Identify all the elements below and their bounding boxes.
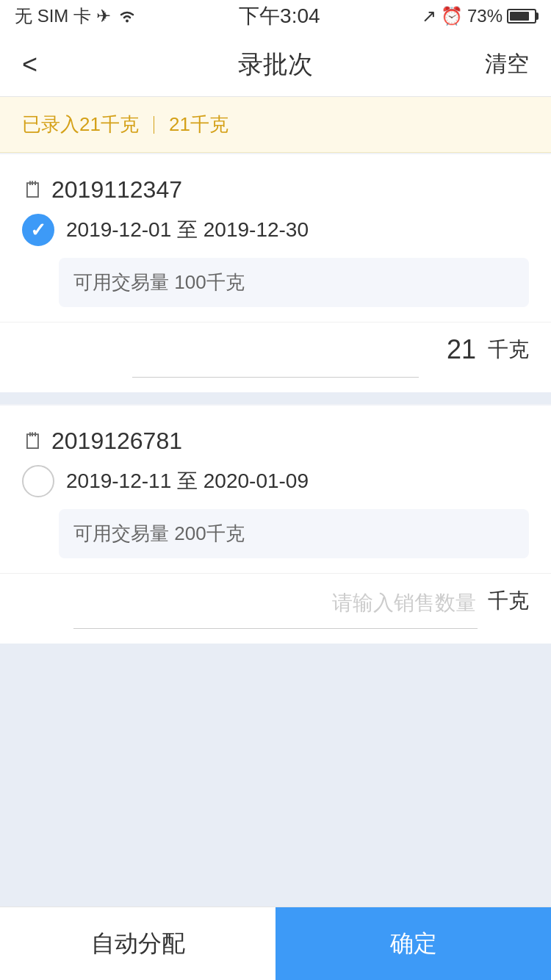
wifi-icon xyxy=(117,9,137,24)
batch-item-1: 🗒 2019112347 2019-12-01 至 2019-12-30 xyxy=(0,154,551,246)
batch-doc-icon-2: 🗒 xyxy=(22,429,44,454)
sim-label: 无 SIM 卡 ✈ xyxy=(15,4,111,28)
qty-unit-1: 千克 xyxy=(488,336,529,364)
batch-card-1: 🗒 2019112347 2019-12-01 至 2019-12-30 可用交… xyxy=(0,154,551,392)
qty-row-2: 千克 xyxy=(0,573,551,628)
qty-value-1: 21 xyxy=(447,334,476,365)
available-qty-1: 可用交易量 100千克 xyxy=(59,258,529,307)
info-divider xyxy=(154,116,154,134)
batch-bottom-spacer-1 xyxy=(0,378,551,392)
bottom-bar: 自动分配 确定 xyxy=(0,907,551,980)
batch-date-row-1: 2019-12-01 至 2019-12-30 xyxy=(22,214,529,246)
nav-bar: < 录批次 清空 xyxy=(0,32,551,97)
available-qty-2: 可用交易量 200千克 xyxy=(59,509,529,558)
info-banner: 已录入21千克 21千克 xyxy=(0,97,551,153)
confirm-button[interactable]: 确定 xyxy=(276,907,551,980)
battery-percent: 73% xyxy=(467,6,503,26)
status-bar: 无 SIM 卡 ✈ 下午3:04 ↗ ⏰ 73% xyxy=(0,0,551,32)
batch-header-2: 🗒 2019126781 xyxy=(22,428,529,455)
back-button[interactable]: < xyxy=(22,49,66,80)
auto-distribute-button[interactable]: 自动分配 xyxy=(0,907,276,980)
batch-date-1: 2019-12-01 至 2019-12-30 xyxy=(66,216,309,244)
qty-row-1: 21 千克 xyxy=(0,322,551,377)
batch-id-1: 2019112347 xyxy=(51,176,182,203)
svg-point-0 xyxy=(126,20,129,23)
batch-checkbox-2[interactable] xyxy=(22,465,54,497)
batch-doc-icon-1: 🗒 xyxy=(22,178,44,203)
section-divider xyxy=(0,392,551,404)
total-amount: 21千克 xyxy=(169,112,228,137)
qty-unit-2: 千克 xyxy=(488,587,529,615)
status-time: 下午3:04 xyxy=(239,2,320,30)
recorded-amount: 已录入21千克 xyxy=(22,112,139,137)
batch-checkbox-1[interactable] xyxy=(22,214,54,246)
location-icon: ↗ xyxy=(422,6,436,26)
batch-id-2: 2019126781 xyxy=(51,428,182,455)
empty-space xyxy=(0,644,551,937)
batch-date-2: 2019-12-11 至 2020-01-09 xyxy=(66,467,309,495)
qty-input-2[interactable] xyxy=(22,586,476,616)
batch-date-row-2: 2019-12-11 至 2020-01-09 xyxy=(22,465,529,497)
batch-item-2: 🗒 2019126781 2019-12-11 至 2020-01-09 xyxy=(0,406,551,497)
status-right: ↗ ⏰ 73% xyxy=(422,6,536,26)
batch-header-1: 🗒 2019112347 xyxy=(22,176,529,203)
clear-button[interactable]: 清空 xyxy=(485,49,529,79)
page-title: 录批次 xyxy=(238,48,313,82)
battery-icon xyxy=(507,9,536,24)
batch-bottom-spacer-2 xyxy=(0,629,551,644)
status-left: 无 SIM 卡 ✈ xyxy=(15,4,137,28)
alarm-icon: ⏰ xyxy=(441,6,463,26)
batch-card-2: 🗒 2019126781 2019-12-11 至 2020-01-09 可用交… xyxy=(0,406,551,644)
